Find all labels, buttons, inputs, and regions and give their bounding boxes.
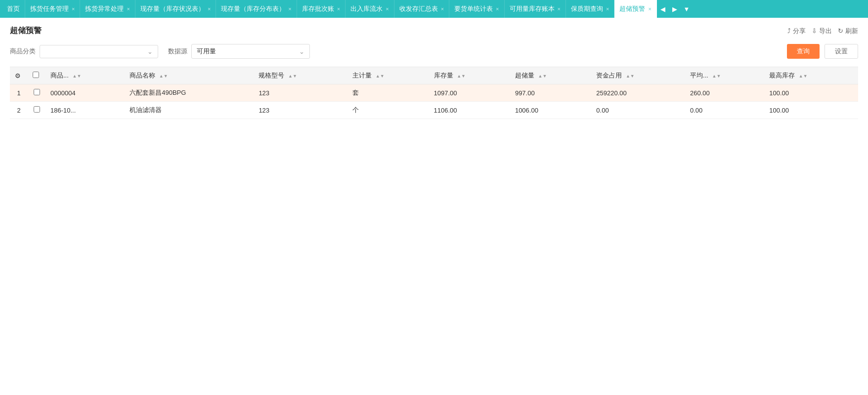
th-overstock[interactable]: 超储量 ▲▼ (510, 67, 591, 84)
close-icon[interactable]: × (127, 6, 130, 12)
row-num: 1 (10, 84, 28, 102)
table-header-row: ⚙ 商品... ▲▼ 商品名称 ▲▼ 规格型号 ▲▼ 主计量 (10, 67, 858, 84)
close-icon[interactable]: × (441, 6, 444, 12)
th-avg[interactable]: 平均... ▲▼ (685, 67, 764, 84)
row-stock: 1097.00 (429, 84, 510, 102)
row-unit: 套 (347, 84, 429, 102)
page-title: 超储预警 (10, 26, 42, 36)
share-button[interactable]: ⤴ 分享 (787, 27, 806, 36)
th-spec[interactable]: 规格型号 ▲▼ (254, 67, 347, 84)
th-capital[interactable]: 资金占用 ▲▼ (591, 67, 685, 84)
row-code: 0000004 (45, 84, 125, 102)
sort-icon: ▲▼ (72, 74, 81, 79)
nav-next-arrow[interactable]: ▶ (669, 0, 681, 18)
export-icon: ⇩ (812, 27, 817, 35)
row-name: 机油滤清器 (125, 102, 254, 119)
row-stock: 1106.00 (429, 102, 510, 119)
refresh-button[interactable]: ↻ 刷新 (838, 27, 858, 36)
close-icon[interactable]: × (72, 6, 75, 12)
sort-icon: ▲▼ (376, 74, 385, 79)
nav-order-stats[interactable]: 要货单统计表 × (449, 0, 504, 18)
th-maxstock[interactable]: 最高库存 ▲▼ (764, 67, 858, 84)
page-header: 超储预警 ⤴ 分享 ⇩ 导出 ↻ 刷新 (10, 26, 858, 36)
row-capital: 259220.00 (591, 84, 685, 102)
refresh-icon: ↻ (838, 27, 843, 35)
table-row: 1 0000004 六配套新昌490BPG 123 套 1097.00 997.… (10, 84, 858, 102)
nav-inout-flow[interactable]: 出入库流水 × (346, 0, 394, 18)
nav-expiry-query[interactable]: 保质期查询 × (566, 0, 614, 18)
close-icon[interactable]: × (648, 6, 651, 12)
th-settings[interactable]: ⚙ (10, 67, 28, 84)
category-filter: 商品分类 ⌄ (10, 45, 158, 58)
row-num: 2 (10, 102, 28, 119)
table-row: 2 186-10... 机油滤清器 123 个 1106.00 1006.00 … (10, 102, 858, 119)
th-code[interactable]: 商品... ▲▼ (45, 67, 125, 84)
nav-receipt-summary[interactable]: 收发存汇总表 × (394, 0, 449, 18)
nav-available-inventory[interactable]: 可用量库存账本 × (505, 0, 566, 18)
datasource-value: 可用量 (197, 47, 216, 56)
nav-inventory-status[interactable]: 现存量（库存状况表） × (135, 0, 216, 18)
main-content: 超储预警 ⤴ 分享 ⇩ 导出 ↻ 刷新 商品分类 ⌄ 数据源 (0, 18, 868, 395)
close-icon[interactable]: × (386, 6, 389, 12)
nav-pick-exception[interactable]: 拣货异常处理 × (80, 0, 135, 18)
datasource-filter: 数据源 可用量 ⌄ (168, 44, 310, 59)
export-button[interactable]: ⇩ 导出 (812, 27, 832, 36)
filter-actions: 查询 设置 (787, 44, 858, 59)
nav-prev-arrow[interactable]: ◀ (657, 0, 669, 18)
th-stock[interactable]: 库存量 ▲▼ (429, 67, 510, 84)
sort-icon: ▲▼ (288, 74, 297, 79)
nav-more-arrow[interactable]: ▼ (681, 0, 693, 18)
row-code: 186-10... (45, 102, 125, 119)
nav-overstock-warning[interactable]: 超储预警 × (614, 0, 656, 18)
th-unit[interactable]: 主计量 ▲▼ (347, 67, 429, 84)
datasource-select[interactable]: 可用量 ⌄ (191, 44, 310, 59)
share-icon: ⤴ (787, 27, 791, 35)
chevron-down-icon: ⌄ (299, 48, 304, 55)
category-select[interactable]: ⌄ (40, 45, 158, 58)
row-checkbox[interactable] (34, 89, 40, 95)
sort-icon: ▲▼ (159, 74, 168, 79)
nav-batch-account[interactable]: 库存批次账 × (297, 0, 346, 18)
row-spec: 123 (254, 84, 347, 102)
sort-icon: ▲▼ (799, 74, 808, 79)
nav-pick-task[interactable]: 拣货任务管理 × (25, 0, 80, 18)
sort-icon: ▲▼ (457, 74, 466, 79)
close-icon[interactable]: × (337, 6, 340, 12)
close-icon[interactable]: × (558, 6, 561, 12)
row-name: 六配套新昌490BPG (125, 84, 254, 102)
row-avg: 0.00 (685, 102, 764, 119)
header-actions: ⤴ 分享 ⇩ 导出 ↻ 刷新 (787, 27, 858, 36)
chevron-down-icon: ⌄ (147, 48, 153, 55)
settings-button[interactable]: 设置 (825, 44, 858, 59)
filter-bar: 商品分类 ⌄ 数据源 可用量 ⌄ 查询 设置 (10, 44, 858, 59)
query-button[interactable]: 查询 (787, 44, 820, 59)
close-icon[interactable]: × (208, 6, 211, 12)
category-label: 商品分类 (10, 47, 36, 56)
th-name[interactable]: 商品名称 ▲▼ (125, 67, 254, 84)
select-all-checkbox[interactable] (33, 72, 39, 78)
row-unit: 个 (347, 102, 429, 119)
row-spec: 123 (254, 102, 347, 119)
row-checkbox[interactable] (34, 106, 40, 113)
th-checkbox[interactable] (28, 67, 45, 84)
close-icon[interactable]: × (496, 6, 499, 12)
row-avg: 260.00 (685, 84, 764, 102)
close-icon[interactable]: × (606, 6, 609, 12)
row-checkbox-cell[interactable] (28, 102, 45, 119)
row-capital: 0.00 (591, 102, 685, 119)
sort-icon: ▲▼ (626, 74, 635, 79)
row-overstock: 1006.00 (510, 102, 591, 119)
nav-home[interactable]: 首页 (2, 0, 25, 18)
sort-icon: ▲▼ (538, 74, 547, 79)
sort-icon: ▲▼ (712, 74, 721, 79)
row-overstock: 997.00 (510, 84, 591, 102)
nav-inventory-dist[interactable]: 现存量（库存分布表） × (216, 0, 297, 18)
row-maxstock: 100.00 (764, 102, 858, 119)
data-table: ⚙ 商品... ▲▼ 商品名称 ▲▼ 规格型号 ▲▼ 主计量 (10, 67, 858, 119)
datasource-label: 数据源 (168, 47, 187, 56)
close-icon[interactable]: × (288, 6, 291, 12)
row-checkbox-cell[interactable] (28, 84, 45, 102)
top-navigation: 首页 拣货任务管理 × 拣货异常处理 × 现存量（库存状况表） × 现存量（库存… (0, 0, 868, 18)
row-maxstock: 100.00 (764, 84, 858, 102)
